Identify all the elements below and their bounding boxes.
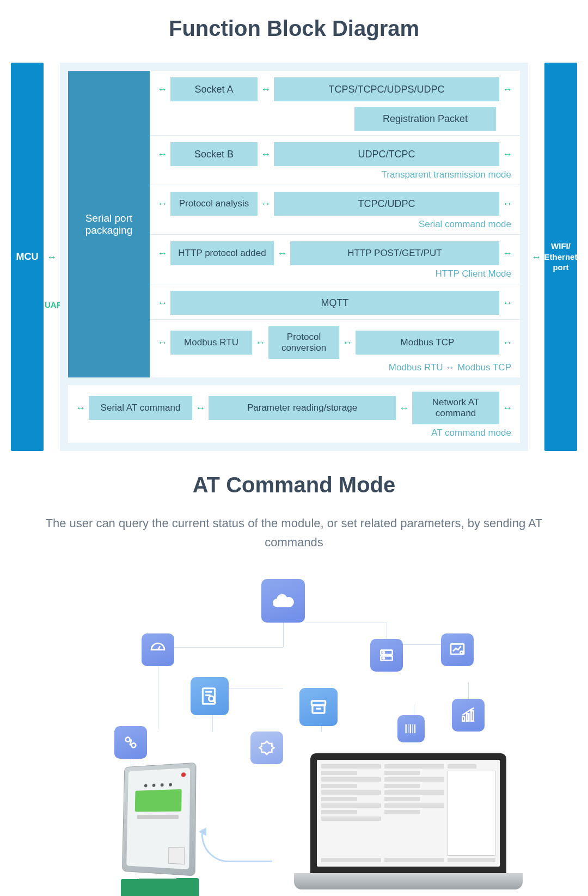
- svg-rect-24: [471, 711, 473, 721]
- wifi-ethernet-block: WIFI/ Ethernet port: [544, 63, 577, 451]
- svg-point-3: [383, 652, 384, 654]
- wifi-ethernet-label: WIFI/ Ethernet port: [544, 241, 578, 273]
- at-command-illustration: [22, 574, 566, 896]
- at-command-mode-label: AT command mode: [72, 428, 516, 438]
- arrow-icon: [258, 84, 274, 94]
- arrow-icon: [499, 298, 516, 308]
- svg-rect-17: [406, 724, 407, 733]
- arrow-icon: [154, 84, 170, 94]
- svg-marker-16: [260, 741, 274, 754]
- http-added-block: HTTP protocol added: [170, 241, 274, 265]
- svg-point-4: [383, 657, 384, 659]
- function-block-diagram: MCU UART Serial port packaging Socket A …: [11, 63, 577, 451]
- svg-rect-22: [462, 717, 464, 721]
- barcode-icon: [397, 715, 425, 742]
- arrow-icon: [528, 252, 544, 262]
- arrow-icon: [339, 338, 356, 348]
- serial-packaging-block: Serial port packaging: [68, 71, 150, 377]
- cloud-icon: [261, 579, 305, 623]
- socket-a-block: Socket A: [170, 77, 258, 101]
- socket-a-protocols-block: TCPS/TCPC/UDPS/UDPC: [274, 77, 499, 101]
- mqtt-block: MQTT: [170, 291, 499, 315]
- badge-icon: [250, 732, 283, 764]
- svg-rect-20: [412, 724, 413, 733]
- protocol-analysis-block: Protocol analysis: [170, 192, 258, 216]
- modbus-rtu-block: Modbus RTU: [170, 331, 252, 355]
- modbus-mode-label: Modbus RTU ↔ Modbus TCP: [154, 362, 516, 373]
- arrow-icon: [154, 248, 170, 258]
- http-client-mode-label: HTTP Client Mode: [154, 269, 516, 279]
- arrow-icon: [154, 199, 170, 209]
- arrow-icon: [499, 403, 516, 413]
- svg-rect-19: [410, 724, 411, 733]
- mcu-label: MCU: [16, 251, 39, 263]
- param-storage-block: Parameter reading/storage: [209, 396, 396, 420]
- registration-packet-block: Registration Packet: [354, 107, 496, 131]
- arrow-icon: [192, 403, 209, 413]
- protocol-conversion-block: Protocol conversion: [268, 326, 339, 359]
- svg-rect-23: [467, 714, 469, 721]
- serial-at-block: Serial AT command: [89, 396, 192, 420]
- svg-rect-21: [414, 724, 415, 733]
- arrow-icon: [499, 199, 516, 209]
- contacts-icon: [114, 726, 147, 759]
- gauge-icon: [142, 633, 174, 666]
- modbus-tcp-block: Modbus TCP: [356, 331, 499, 355]
- section-title-1: Function Block Diagram: [11, 16, 577, 41]
- svg-point-6: [460, 651, 463, 654]
- svg-rect-18: [408, 724, 408, 733]
- arrow-icon: [154, 338, 170, 348]
- arrow-icon: [396, 403, 412, 413]
- svg-point-14: [126, 737, 130, 742]
- arrow-icon: [72, 403, 89, 413]
- network-at-block: Network AT command: [412, 392, 499, 424]
- arrow-icon: [258, 199, 274, 209]
- server-icon: [370, 639, 403, 672]
- arrow-icon: [499, 84, 516, 94]
- section-subtitle: The user can query the current status of…: [22, 514, 566, 552]
- document-search-icon: [191, 677, 229, 715]
- arrow-icon: [154, 298, 170, 308]
- archive-icon: [299, 688, 338, 726]
- arrow-icon: [274, 248, 290, 258]
- socket-b-block: Socket B: [170, 142, 258, 166]
- serial-command-mode-label: Serial command mode: [154, 219, 516, 230]
- arrow-icon: [154, 149, 170, 159]
- protocol-analysis-right-block: TCPC/UDPC: [274, 192, 499, 216]
- arrow-icon: [499, 248, 516, 258]
- socket-b-protocols-block: UDPC/TCPC: [274, 142, 499, 166]
- http-methods-block: HTTP POST/GET/PUT: [290, 241, 499, 265]
- transparent-mode-label: Transparent transmission mode: [154, 169, 516, 180]
- laptop: [294, 753, 523, 896]
- svg-point-15: [131, 743, 136, 748]
- mcu-block: MCU UART: [11, 63, 44, 451]
- diagram-center: Serial port packaging Socket A TCPS/TCPC…: [60, 63, 528, 451]
- arrow-icon: [252, 338, 268, 348]
- settings-chart-icon: [441, 633, 474, 666]
- arrow-icon: [44, 252, 60, 262]
- arrow-icon: [499, 338, 516, 348]
- section-title-2: AT Command Mode: [11, 473, 577, 497]
- chart-up-icon: [452, 699, 485, 732]
- arrow-icon: [258, 149, 274, 159]
- arrow-icon: [499, 149, 516, 159]
